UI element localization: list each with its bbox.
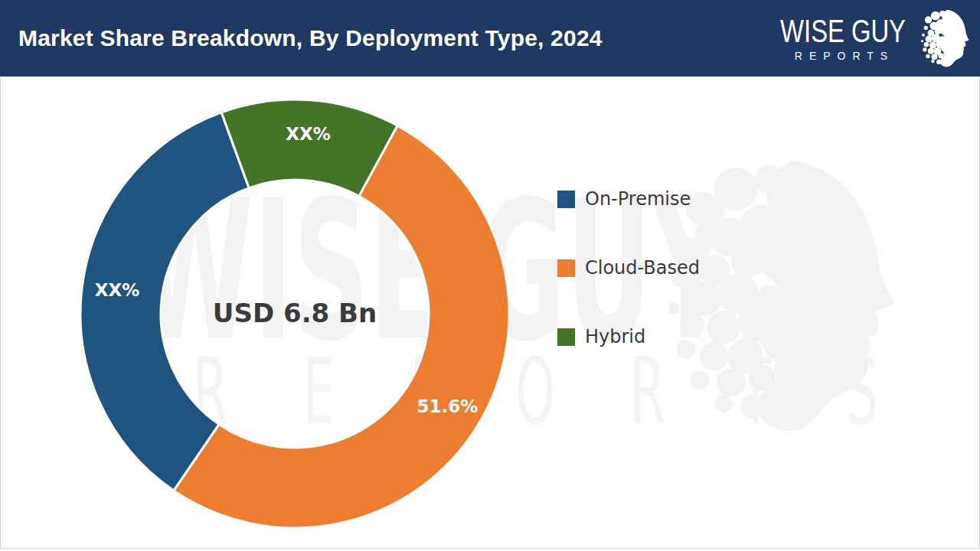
wise-guy-reports-logo: WISE GUY REPORTS (763, 8, 969, 68)
legend-label: Cloud-Based (585, 259, 700, 277)
header-bar: Market Share Breakdown, By Deployment Ty… (0, 0, 980, 77)
chart-center-value: USD 6.8 Bn (213, 298, 377, 328)
logo-wordmark: WISE GUY (780, 15, 906, 47)
legend-label: Hybrid (585, 328, 645, 346)
chart-legend: On-PremiseCloud-BasedHybrid (557, 189, 700, 347)
legend-swatch-icon (557, 191, 575, 208)
report-page: Market Share Breakdown, By Deployment Ty… (0, 0, 980, 551)
legend-item-on-premise: On-Premise (557, 189, 700, 209)
donut-chart: XX%51.6%XX% (0, 0, 980, 551)
legend-swatch-icon (557, 259, 575, 277)
slice-label-cloud-based: 51.6% (416, 396, 478, 416)
page-title: Market Share Breakdown, By Deployment Ty… (18, 25, 603, 51)
legend-item-cloud-based: Cloud-Based (557, 258, 700, 278)
logo-subtitle: REPORTS (792, 50, 894, 62)
logo-text: WISE GUY REPORTS (763, 15, 923, 62)
legend-swatch-icon (557, 328, 575, 346)
legend-label: On-Premise (585, 190, 691, 208)
dotted-head-logo-icon (919, 8, 969, 68)
slice-label-on-premise: XX% (95, 280, 140, 300)
slice-label-hybrid: XX% (286, 124, 331, 144)
legend-item-hybrid: Hybrid (557, 327, 700, 347)
